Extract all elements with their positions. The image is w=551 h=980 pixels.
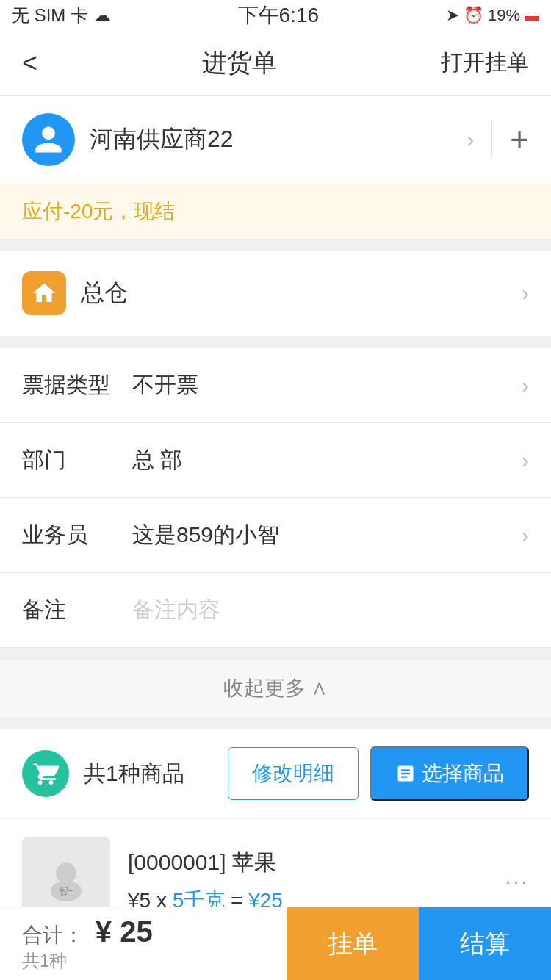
home-icon xyxy=(31,280,57,306)
chevron-right-icon: › xyxy=(522,448,529,473)
supplier-section: 河南供应商22 › + 应付-20元，现结 xyxy=(0,96,551,239)
edit-detail-button[interactable]: 修改明细 xyxy=(228,747,359,800)
chevron-right-icon: › xyxy=(522,281,529,306)
salesperson-row[interactable]: 业务员 这是859的小智 › xyxy=(0,498,551,573)
add-supplier-button[interactable]: + xyxy=(510,121,529,158)
battery-icon: ▬ xyxy=(525,7,539,24)
divider xyxy=(491,121,492,158)
warning-banner: 应付-20元，现结 xyxy=(0,184,551,239)
nav-bar: < 进货单 打开挂单 xyxy=(0,31,551,96)
status-bar: 无 SIM 卡 ☁ 下午6:16 ➤ ⏰ 19% ▬ xyxy=(0,0,551,31)
total-label: 合计： xyxy=(22,923,84,946)
department-label: 部门 xyxy=(22,445,110,475)
supplier-avatar xyxy=(22,113,75,166)
department-row[interactable]: 部门 总 部 › xyxy=(0,423,551,498)
checkout-button[interactable]: 结算 xyxy=(419,907,551,981)
product-code: [0000001] xyxy=(128,850,232,874)
sim-status: 无 SIM 卡 ☁ xyxy=(12,4,111,27)
select-product-button[interactable]: 选择商品 xyxy=(370,746,529,801)
select-product-icon xyxy=(395,763,416,784)
status-time: 下午6:16 xyxy=(238,1,320,29)
product-thumb-icon: 智+ xyxy=(40,855,92,907)
total-amount: ¥ 25 xyxy=(96,915,153,948)
select-product-label: 选择商品 xyxy=(422,760,504,788)
collapse-row[interactable]: 收起更多 ∧ xyxy=(0,660,551,717)
page-title: 进货单 xyxy=(202,46,277,80)
warehouse-icon xyxy=(22,271,66,315)
total-area: 合计： ¥ 25 共1种 xyxy=(0,915,287,973)
product-count-label: 共1种商品 xyxy=(84,759,228,789)
salesperson-value: 这是859的小智 xyxy=(110,520,522,550)
location-icon: ➤ xyxy=(446,6,459,25)
form-section: 票据类型 不开票 › 部门 总 部 › 业务员 这是859的小智 › 备注 备注… xyxy=(0,348,551,648)
product-info: [0000001] 苹果 ¥5 x 5千克 = ¥25 xyxy=(128,848,505,915)
cart-icon xyxy=(32,760,59,787)
alarm-icon: ⏰ xyxy=(464,6,483,25)
status-left: 无 SIM 卡 ☁ xyxy=(12,4,111,27)
supplier-name: 河南供应商22 xyxy=(90,123,467,156)
product-title: 苹果 xyxy=(232,850,276,874)
invoice-type-value: 不开票 xyxy=(110,370,522,400)
bottom-bar: 合计： ¥ 25 共1种 挂单 结算 xyxy=(0,907,551,980)
invoice-type-row[interactable]: 票据类型 不开票 › xyxy=(0,348,551,423)
warehouse-name: 总仓 xyxy=(81,277,522,309)
status-right: ➤ ⏰ 19% ▬ xyxy=(446,6,539,25)
warehouse-row[interactable]: 总仓 › xyxy=(0,251,551,336)
salesperson-label: 业务员 xyxy=(22,520,110,550)
svg-point-0 xyxy=(56,863,76,884)
supplier-row[interactable]: 河南供应商22 › + xyxy=(0,96,551,184)
remark-label: 备注 xyxy=(22,595,110,625)
back-button[interactable]: < xyxy=(22,48,37,79)
remark-row[interactable]: 备注 备注内容 xyxy=(0,573,551,648)
svg-text:智+: 智+ xyxy=(59,886,73,896)
chevron-right-icon: › xyxy=(467,127,474,152)
product-header: 共1种商品 修改明细 选择商品 xyxy=(0,729,551,819)
chevron-right-icon: › xyxy=(522,523,529,548)
product-icon xyxy=(22,750,69,797)
open-hang-button[interactable]: 打开挂单 xyxy=(441,48,529,78)
total-count: 共1种 xyxy=(22,949,264,973)
department-value: 总 部 xyxy=(110,445,522,475)
chevron-right-icon: › xyxy=(522,373,529,398)
hang-button[interactable]: 挂单 xyxy=(287,907,419,981)
warehouse-section: 总仓 › xyxy=(0,251,551,336)
person-icon xyxy=(32,123,65,156)
more-options-button[interactable]: ··· xyxy=(505,868,529,895)
product-name: [0000001] 苹果 xyxy=(128,848,505,878)
remark-input[interactable]: 备注内容 xyxy=(110,595,529,625)
invoice-type-label: 票据类型 xyxy=(22,370,110,400)
battery-level: 19% xyxy=(488,6,520,25)
collapse-label: 收起更多 ∧ xyxy=(223,674,328,702)
